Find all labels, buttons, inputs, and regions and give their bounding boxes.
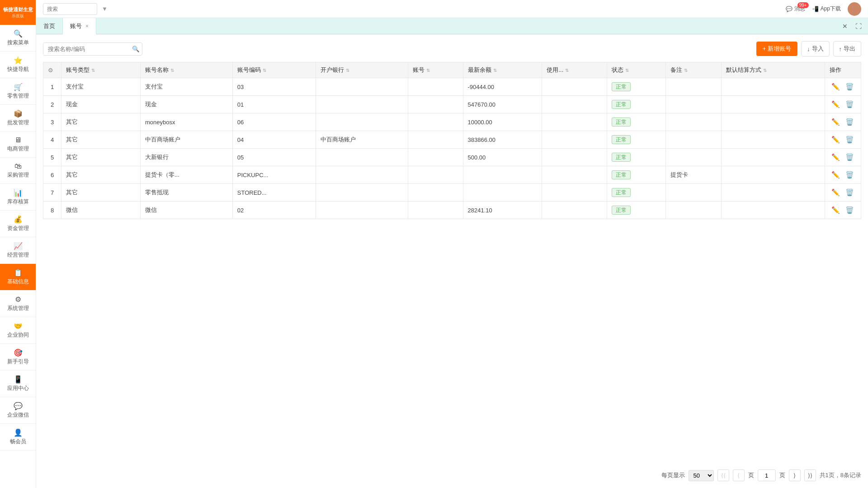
th-account[interactable]: 账号⇅ (408, 62, 463, 78)
edit-button[interactable]: ✏️ (830, 117, 842, 127)
sidebar-label-basic-info: 基础信息 (7, 278, 29, 286)
delete-button[interactable]: 🗑️ (844, 135, 856, 145)
sidebar-label-ecommerce-mgmt: 电商管理 (7, 145, 29, 153)
next-page-btn[interactable]: ⟩ (789, 469, 801, 481)
th-bank[interactable]: 开户银行⇅ (316, 62, 408, 78)
delete-button[interactable]: 🗑️ (844, 152, 856, 162)
search-button[interactable]: 🔍 (128, 43, 142, 55)
enterprise-wechat-icon: 💬 (14, 402, 23, 410)
tab-maximize-btn[interactable]: ⛶ (854, 21, 863, 31)
delete-button[interactable]: 🗑️ (844, 170, 856, 180)
user-avatar[interactable] (848, 2, 861, 16)
cell-type: 微信 (61, 202, 141, 219)
cell-action: ✏️ 🗑️ (825, 149, 861, 166)
th-name[interactable]: 账号名称⇅ (140, 62, 232, 78)
edit-button[interactable]: ✏️ (830, 170, 842, 180)
sidebar-item-inventory-check[interactable]: 📊 库存核算 (0, 184, 36, 211)
sidebar-item-search-menu[interactable]: 🔍 搜索菜单 (0, 25, 36, 52)
tab-accounts-close[interactable]: × (85, 23, 89, 29)
topbar-app-download[interactable]: 📲 App下载 (812, 5, 841, 13)
th-type[interactable]: 账号类型⇅ (61, 62, 141, 78)
th-usage[interactable]: 使用...⇅ (542, 62, 607, 78)
delete-button[interactable]: 🗑️ (844, 188, 856, 197)
delete-button[interactable]: 🗑️ (844, 99, 856, 109)
cell-default-settle (722, 113, 825, 131)
delete-button[interactable]: 🗑️ (844, 205, 856, 215)
first-page-btn[interactable]: ⟨⟨ (717, 469, 729, 481)
tab-home[interactable]: 首页 (36, 18, 63, 34)
add-account-button[interactable]: + 新增账号 (756, 42, 797, 56)
pagination: 每页显示 50 20 100 ⟨⟨ ⟨ 页 页 ⟩ ⟩⟩ 共1页，8条记录 (43, 464, 861, 481)
sidebar-item-retail-mgmt[interactable]: 🛒 零售管理 (0, 78, 36, 105)
th-settings[interactable]: ⚙ (43, 62, 61, 78)
topbar-message-btn[interactable]: 💬 消息 99+ (786, 5, 805, 13)
cell-num: 8 (43, 202, 61, 219)
table-row: 8 微信 微信 02 28241.10 正常 ✏️ 🗑️ (43, 202, 861, 219)
th-balance-label: 最新余额 (468, 66, 491, 74)
cell-bank (316, 113, 408, 131)
delete-button[interactable]: 🗑️ (844, 117, 856, 127)
prev-page-btn[interactable]: ⟨ (733, 469, 745, 481)
topbar-search-input[interactable] (43, 3, 97, 15)
cell-name: 提货卡（零... (140, 166, 232, 184)
cell-code: 01 (232, 96, 316, 113)
cell-name: 微信 (140, 202, 232, 219)
edit-button[interactable]: ✏️ (830, 82, 842, 92)
cell-remark (665, 96, 722, 113)
accounts-table: ⚙ 账号类型⇅ 账号名称⇅ 账号编码⇅ 开户银行⇅ 账号⇅ (43, 62, 861, 219)
sidebar-item-operations-mgmt[interactable]: 📈 经营管理 (0, 237, 36, 264)
th-balance[interactable]: 最新余额⇅ (463, 62, 542, 78)
th-remark[interactable]: 备注⇅ (665, 62, 722, 78)
edit-button[interactable]: ✏️ (830, 152, 842, 162)
th-default-settle[interactable]: 默认结算方式⇅ (722, 62, 825, 78)
sort-usage-icon: ⇅ (565, 68, 569, 73)
edit-button[interactable]: ✏️ (830, 99, 842, 109)
sidebar-item-system-mgmt[interactable]: ⚙ 系统管理 (0, 291, 36, 317)
cell-num: 4 (43, 131, 61, 149)
topbar-dropdown-arrow[interactable]: ▼ (102, 5, 108, 12)
sidebar-item-wholesale-mgmt[interactable]: 📦 批发管理 (0, 105, 36, 131)
last-page-btn[interactable]: ⟩⟩ (804, 469, 816, 481)
import-button[interactable]: ↓ 导入 (801, 41, 830, 56)
delete-button[interactable]: 🗑️ (844, 82, 856, 92)
app-center-icon: 📱 (14, 375, 23, 384)
edit-button[interactable]: ✏️ (830, 205, 842, 215)
inventory-check-icon: 📊 (14, 188, 23, 197)
sidebar-item-fund-mgmt[interactable]: 💰 资金管理 (0, 211, 36, 237)
sidebar-label-inventory-check: 库存核算 (7, 198, 29, 206)
th-action-label: 操作 (830, 66, 841, 73)
th-status-label: 状态 (612, 66, 623, 74)
sidebar-item-app-center[interactable]: 📱 应用中心 (0, 371, 36, 397)
page-number-input[interactable] (758, 469, 776, 481)
table-row: 5 其它 大新银行 05 500.00 正常 ✏️ 🗑️ (43, 149, 861, 166)
cell-action: ✏️ 🗑️ (825, 184, 861, 202)
topbar-right: 💬 消息 99+ 📲 App下载 (786, 2, 861, 16)
sidebar-item-newbie-guide[interactable]: 🎯 新手引导 (0, 344, 36, 371)
cell-default-settle (722, 202, 825, 219)
cell-usage (542, 202, 607, 219)
edit-button[interactable]: ✏️ (830, 135, 842, 145)
sidebar-label-wholesale-mgmt: 批发管理 (7, 119, 29, 127)
tab-accounts[interactable]: 账号 × (63, 18, 96, 34)
sidebar-item-enterprise-collab[interactable]: 🤝 企业协同 (0, 317, 36, 344)
search-input[interactable] (43, 43, 128, 55)
cell-name: 大新银行 (140, 149, 232, 166)
sidebar-item-basic-info[interactable]: 📋 基础信息 (0, 264, 36, 291)
th-status[interactable]: 状态⇅ (607, 62, 666, 78)
cell-balance: 10000.00 (463, 113, 542, 131)
cell-type: 现金 (61, 96, 141, 113)
page-size-select[interactable]: 50 20 100 (689, 470, 714, 481)
edit-button[interactable]: ✏️ (830, 188, 842, 197)
th-code[interactable]: 账号编码⇅ (232, 62, 316, 78)
sidebar-item-chang-member[interactable]: 👤 畅会员 (0, 424, 36, 450)
export-button[interactable]: ↑ 导出 (833, 41, 862, 56)
tab-close-btn[interactable]: ✕ (840, 21, 850, 31)
settings-icon[interactable]: ⚙ (48, 67, 53, 74)
sidebar-item-enterprise-wechat[interactable]: 💬 企业微信 (0, 397, 36, 424)
sidebar-item-ecommerce-mgmt[interactable]: 🖥 电商管理 (0, 131, 36, 158)
cell-status: 正常 (607, 166, 666, 184)
cell-bank (316, 184, 408, 202)
cell-bank (316, 202, 408, 219)
sidebar-item-quick-nav[interactable]: ⭐ 快捷导航 (0, 52, 36, 78)
sidebar-item-purchase-mgmt[interactable]: 🛍 采购管理 (0, 158, 36, 184)
